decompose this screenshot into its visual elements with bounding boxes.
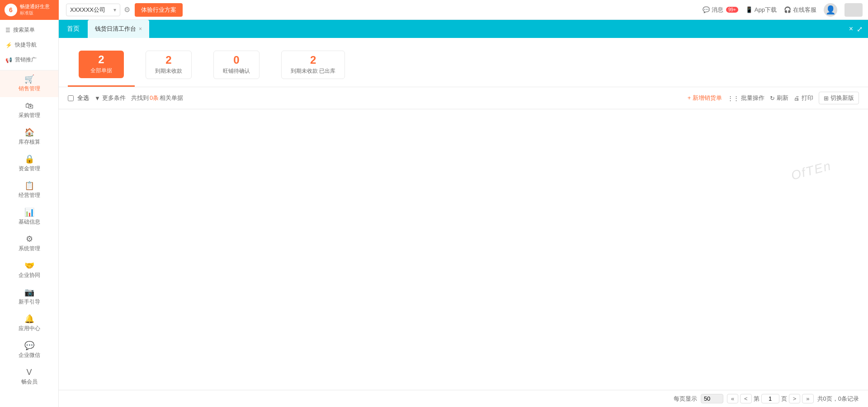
- filter-label: 更多条件: [102, 94, 126, 102]
- sales-icon: 🛒: [24, 75, 34, 83]
- switch-version-button[interactable]: ⊞ 切换新版: [819, 92, 859, 104]
- main-layout: ☰ 搜索菜单 ⚡ 快捷导航 📢 营销推广 🛒 销售管理 🛍 采购管理 🏠 库存核…: [0, 20, 868, 407]
- page-last-button[interactable]: »: [802, 394, 813, 403]
- sidebar-item-inventory[interactable]: 🏠 库存核算: [0, 124, 58, 150]
- overdue-bg: 2 到期未收款: [146, 51, 192, 79]
- inventory-icon: 🏠: [24, 128, 34, 136]
- operations-label: 经营管理: [19, 192, 40, 199]
- toolbar: 全选 ▼ 更多条件 共找到 0条 相关单据 + 新增销货单 ⋮⋮ 批量操作 ↻: [59, 87, 868, 109]
- operations-icon: 📋: [24, 182, 34, 190]
- page-footer: 每页显示 102050100 « < 第 页 > » 共0页，0条记录: [59, 390, 868, 407]
- watermark: OfTEn: [789, 159, 833, 183]
- guide-label: 新手引导: [19, 298, 40, 306]
- search-icon: ☰: [5, 27, 10, 33]
- stat-card-overdue[interactable]: 2 到期未收款: [135, 45, 203, 87]
- batch-button[interactable]: ⋮⋮ 批量操作: [727, 94, 764, 102]
- avatar[interactable]: 👤: [824, 3, 837, 17]
- filter-button[interactable]: ▼ 更多条件: [94, 94, 126, 102]
- all-number: 2: [98, 54, 104, 65]
- service-icon: 🎧: [784, 6, 791, 13]
- all-label: 全部单据: [90, 67, 112, 75]
- switch-label: 切换新版: [830, 94, 854, 102]
- app-download-button[interactable]: 📱 App下载: [745, 6, 777, 14]
- trial-button[interactable]: 体验行业方案: [135, 3, 183, 17]
- found-prefix: 共找到: [131, 94, 149, 102]
- print-button[interactable]: 🖨 打印: [794, 94, 813, 102]
- window-close-button[interactable]: ×: [849, 25, 853, 33]
- add-order-button[interactable]: + 新增销货单: [688, 94, 722, 102]
- member-icon: V: [26, 368, 32, 376]
- print-label: 打印: [802, 94, 813, 102]
- sidebar-item-wechat[interactable]: 💬 企业微信: [0, 337, 58, 364]
- member-label: 畅会员: [21, 378, 38, 386]
- batch-label: 批量操作: [741, 94, 764, 102]
- messages-button[interactable]: 💬 消息 99+: [703, 6, 738, 14]
- page-first-button[interactable]: «: [727, 394, 738, 403]
- page-input[interactable]: [761, 394, 779, 403]
- sales-label: 销售管理: [19, 85, 40, 93]
- apps-label: 应用中心: [19, 325, 40, 332]
- toolbar-right: + 新增销货单 ⋮⋮ 批量操作 ↻ 刷新 🖨 打印 ⊞: [688, 92, 859, 104]
- tab-label: 钱货日清工作台: [95, 25, 136, 33]
- refresh-icon: ↻: [770, 95, 775, 102]
- page-next-button[interactable]: >: [789, 394, 801, 403]
- finance-icon: 🔒: [24, 155, 34, 163]
- batch-icon: ⋮⋮: [727, 95, 739, 102]
- select-all-label: 全选: [77, 94, 89, 102]
- total-info: 共0页，0条记录: [817, 395, 859, 403]
- stat-card-shipped[interactable]: 2 到期未收款 已出库: [270, 45, 356, 87]
- gear-button[interactable]: ⚙: [124, 5, 130, 14]
- print-icon: 🖨: [794, 95, 800, 102]
- stat-card-all[interactable]: 2 全部单据: [68, 45, 135, 87]
- logo-area: 6 畅捷通好生意 标准版: [0, 0, 59, 20]
- company-selector[interactable]: XXXXXX公司 ▾: [66, 4, 120, 16]
- shipped-number: 2: [310, 55, 316, 65]
- user-menu[interactable]: [844, 3, 863, 17]
- cooperation-icon: 🤝: [24, 262, 34, 270]
- sidebar-item-basic[interactable]: 📊 基础信息: [0, 204, 58, 230]
- window-expand-button[interactable]: ⤢: [857, 25, 863, 33]
- sidebar-item-finance[interactable]: 🔒 资金管理: [0, 150, 58, 177]
- top-header: 6 畅捷通好生意 标准版 XXXXXX公司 ▾ ⚙ 体验行业方案 💬 消息 99…: [0, 0, 868, 20]
- marketing-item[interactable]: 📢 营销推广: [0, 52, 58, 67]
- pagination-controls: « < 第 页 > »: [727, 394, 814, 403]
- refresh-button[interactable]: ↻ 刷新: [770, 94, 788, 102]
- marketing-icon: 📢: [5, 57, 12, 63]
- stat-card-pending[interactable]: 0 旺铺待确认: [203, 45, 270, 87]
- header-right: 💬 消息 99+ 📱 App下载 🎧 在线客服 👤: [703, 3, 863, 17]
- quick-nav-item[interactable]: ⚡ 快捷导航: [0, 37, 58, 52]
- page-prev-button[interactable]: <: [740, 394, 752, 403]
- refresh-label: 刷新: [777, 94, 788, 102]
- found-count: 0条: [150, 94, 159, 102]
- wechat-label: 企业微信: [19, 351, 40, 359]
- online-service-button[interactable]: 🎧 在线客服: [784, 6, 816, 14]
- sidebar-item-purchase[interactable]: 🛍 采购管理: [0, 97, 58, 124]
- per-page-select[interactable]: 102050100: [701, 394, 723, 403]
- pending-number: 0: [233, 55, 239, 65]
- search-menu-item[interactable]: ☰ 搜索菜单: [0, 23, 58, 37]
- sidebar-item-system[interactable]: ⚙ 系统管理: [0, 230, 58, 257]
- sidebar-item-member[interactable]: V 畅会员: [0, 364, 58, 390]
- select-all-checkbox[interactable]: [68, 95, 74, 101]
- sidebar-item-apps[interactable]: 🔔 应用中心: [0, 310, 58, 337]
- online-service-label: 在线客服: [793, 6, 816, 14]
- company-name: XXXXXX公司: [70, 6, 113, 14]
- sidebar-item-operations[interactable]: 📋 经营管理: [0, 177, 58, 204]
- wechat-icon: 💬: [24, 342, 34, 350]
- sidebar-item-cooperation[interactable]: 🤝 企业协同: [0, 257, 58, 284]
- tab-home[interactable]: 首页: [59, 20, 88, 38]
- tab-close-icon[interactable]: ×: [139, 26, 142, 32]
- overdue-number: 2: [165, 55, 171, 65]
- tab-work-bench[interactable]: 钱货日清工作台 ×: [88, 20, 149, 38]
- guide-icon: 📷: [24, 288, 34, 296]
- system-label: 系统管理: [19, 245, 40, 253]
- sidebar-item-sales[interactable]: 🛒 销售管理: [0, 70, 58, 97]
- search-menu-label: 搜索菜单: [13, 26, 35, 34]
- cooperation-label: 企业协同: [19, 271, 40, 279]
- system-icon: ⚙: [26, 235, 33, 243]
- page-suffix: 页: [781, 395, 787, 403]
- app-download-label: App下载: [755, 6, 777, 14]
- finance-label: 资金管理: [19, 165, 40, 173]
- table-area: OfTEn: [59, 109, 868, 390]
- sidebar-item-guide[interactable]: 📷 新手引导: [0, 284, 58, 310]
